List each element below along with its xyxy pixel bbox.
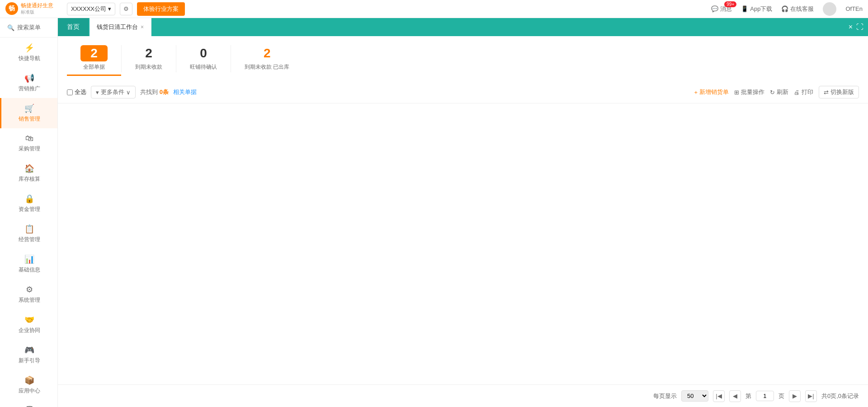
stat-tab-all[interactable]: 2 全部单据 <box>67 42 121 76</box>
sidebar-item-guide[interactable]: 🎮 新手引导 <box>0 340 57 370</box>
message-badge: 99+ <box>724 1 736 7</box>
chevron-down-icon: ▾ <box>108 5 111 12</box>
tab-label: 钱货日清工作台 <box>97 23 138 31</box>
tab-bar: 首页 钱货日清工作台 × × ⛶ <box>58 18 868 36</box>
sales-icon: 🛒 <box>24 103 34 113</box>
search-menu-button[interactable]: 🔍 搜索菜单 <box>0 18 57 37</box>
select-all-checkbox[interactable]: 全选 <box>67 88 86 96</box>
company-name: XXXXXX公司 <box>71 5 106 13</box>
toolbar: 全选 ▾ 更多条件 ∨ 共找到 0条 相关单据 + <box>58 81 868 103</box>
search-menu-label: 搜索菜单 <box>17 23 41 32</box>
print-button[interactable]: 🖨 打印 <box>794 88 813 96</box>
search-icon: 🔍 <box>7 24 14 31</box>
page-prefix-label: 第 <box>745 392 751 400</box>
add-label: 新增销货单 <box>699 88 729 96</box>
sidebar-item-wechat[interactable]: 💬 企业微信 <box>0 400 57 407</box>
print-label: 打印 <box>802 88 813 96</box>
tab-work-bench[interactable]: 钱货日清工作台 × <box>90 18 151 36</box>
stat-number-pending: 0 <box>190 45 217 61</box>
sidebar-item-label: 销售管理 <box>19 115 40 123</box>
stat-label-overdue: 到期未收款 <box>135 63 162 71</box>
filter-button[interactable]: ▾ 更多条件 ∨ <box>91 86 136 98</box>
app-icon: 📱 <box>741 5 748 12</box>
related-button[interactable]: 相关单据 <box>173 88 197 96</box>
first-page-button[interactable]: |◀ <box>713 390 725 402</box>
sidebar-item-finance[interactable]: 🔒 资金管理 <box>0 188 57 219</box>
last-page-button[interactable]: ▶| <box>805 390 817 402</box>
tab-close-button[interactable]: × <box>141 24 144 30</box>
enterprise-icon: 🤝 <box>24 315 34 325</box>
stat-tab-pending[interactable]: 0 旺铺待确认 <box>176 42 231 76</box>
stat-number-all: 2 <box>80 45 108 61</box>
logo-icon: 畅 <box>5 2 18 15</box>
sidebar-item-purchase[interactable]: 🛍 采购管理 <box>0 128 57 158</box>
page-size-select[interactable]: 50 100 200 <box>681 390 708 402</box>
page-suffix-label: 页 <box>778 392 784 400</box>
gear-icon: ⚙ <box>123 5 129 12</box>
next-page-button[interactable]: ▶ <box>789 390 801 402</box>
sidebar-item-enterprise[interactable]: 🤝 企业协同 <box>0 309 57 340</box>
page-number-input[interactable]: 1 <box>756 391 774 401</box>
add-sales-button[interactable]: + 新增销货单 <box>694 88 729 96</box>
switch-label: 切换新版 <box>830 88 854 96</box>
logo-area: 畅 畅捷通好生意 标准版 <box>5 2 53 15</box>
inventory-icon: 🏠 <box>24 164 34 173</box>
batch-label: 批量操作 <box>741 88 764 96</box>
sidebar-item-label: 采购管理 <box>19 145 40 153</box>
add-icon: + <box>694 89 698 96</box>
home-tab-label: 首页 <box>67 23 80 31</box>
online-service-label: 在线客服 <box>790 5 814 13</box>
sidebar-item-system[interactable]: ⚙ 系统管理 <box>0 279 57 309</box>
stat-tab-shipped[interactable]: 2 到期未收款 已出库 <box>231 42 303 76</box>
minimize-button[interactable]: × <box>849 23 853 31</box>
sidebar-item-operation[interactable]: 📋 经营管理 <box>0 219 57 249</box>
batch-button[interactable]: ⊞ 批量操作 <box>734 88 764 96</box>
logo-main-text: 畅捷通好生意 <box>21 2 53 9</box>
guide-icon: 🎮 <box>24 345 34 355</box>
app-download-button[interactable]: 📱 App下载 <box>741 5 772 13</box>
avatar[interactable] <box>823 2 836 16</box>
finance-icon: 🔒 <box>24 194 34 204</box>
user-name: OfTEn <box>845 5 863 12</box>
sidebar-item-sales[interactable]: 🛒 销售管理 <box>0 98 57 128</box>
stat-label-pending: 旺铺待确认 <box>190 63 217 71</box>
app-center-icon: 📦 <box>24 375 34 385</box>
company-selector[interactable]: XXXXXX公司 ▾ <box>67 3 115 15</box>
sidebar-item-basic-info[interactable]: 📊 基础信息 <box>0 249 57 279</box>
prev-page-button[interactable]: ◀ <box>729 390 741 402</box>
sidebar-item-inventory[interactable]: 🏠 库存核算 <box>0 158 57 188</box>
sidebar-item-label: 资金管理 <box>19 206 40 213</box>
sidebar-item-marketing[interactable]: 📢 营销推广 <box>0 68 57 98</box>
stat-tab-overdue[interactable]: 2 到期未收款 <box>122 42 176 76</box>
quick-nav-icon: ⚡ <box>24 43 34 53</box>
settings-button[interactable]: ⚙ <box>120 3 132 15</box>
experience-button[interactable]: 体验行业方案 <box>137 2 185 16</box>
select-all-label: 全选 <box>75 88 86 96</box>
switch-version-button[interactable]: ⇄ 切换新版 <box>819 86 859 98</box>
top-header: 畅 畅捷通好生意 标准版 XXXXXX公司 ▾ ⚙ 体验行业方案 💬 消息 99… <box>0 0 868 18</box>
message-button[interactable]: 💬 消息 99+ <box>711 5 732 13</box>
maximize-button[interactable]: ⛶ <box>856 23 863 31</box>
header-left: 畅 畅捷通好生意 标准版 XXXXXX公司 ▾ ⚙ 体验行业方案 <box>5 2 185 16</box>
system-icon: ⚙ <box>26 285 33 295</box>
page-size-label: 每页显示 <box>653 392 677 400</box>
sidebar-item-quick-nav[interactable]: ⚡ 快捷导航 <box>0 37 57 68</box>
refresh-label: 刷新 <box>777 88 788 96</box>
online-service-button[interactable]: 🎧 在线客服 <box>781 5 814 13</box>
stat-number-overdue: 2 <box>135 45 162 61</box>
total-label: 共0页,0条记录 <box>821 392 859 400</box>
stat-label-all: 全部单据 <box>83 63 105 71</box>
pagination-bar: 每页显示 50 100 200 |◀ ◀ 第 1 页 ▶ ▶| 共0页,0条记录 <box>58 384 868 407</box>
marketing-icon: 📢 <box>24 73 34 83</box>
select-all-input[interactable] <box>67 89 73 95</box>
stat-label-shipped: 到期未收款 已出库 <box>245 63 289 71</box>
operation-icon: 📋 <box>24 224 34 234</box>
batch-icon: ⊞ <box>734 89 739 96</box>
page-content: 2 全部单据 2 到期未收款 0 旺铺待确认 2 到期未收款 已出库 <box>58 36 868 407</box>
tab-home[interactable]: 首页 <box>58 18 89 36</box>
toolbar-right: + 新增销货单 ⊞ 批量操作 ↻ 刷新 🖨 打印 <box>694 86 859 98</box>
table-area <box>58 103 868 384</box>
headset-icon: 🎧 <box>781 5 788 12</box>
refresh-button[interactable]: ↻ 刷新 <box>770 88 788 96</box>
sidebar-item-app-center[interactable]: 📦 应用中心 <box>0 370 57 400</box>
